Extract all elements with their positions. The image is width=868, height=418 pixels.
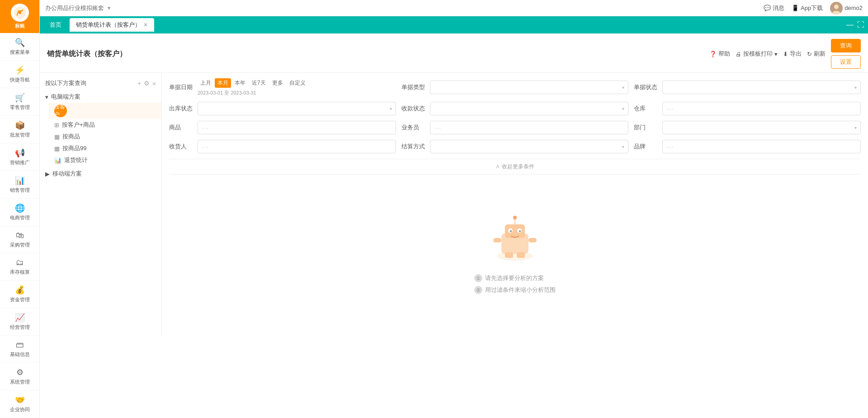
receiver-dots: ··· — [202, 143, 209, 150]
tree-node-label: 按客户+商品 — [62, 121, 95, 129]
tab-sales-stat[interactable]: 销货单统计表（按客户） ✕ — [70, 18, 154, 32]
sidebar-item-inventory[interactable]: 🗂 库存核算 — [0, 253, 39, 280]
recv-input[interactable]: ▾ — [430, 102, 628, 115]
warehouse-input[interactable]: ··· — [662, 102, 861, 115]
tree-node-by-goods-99[interactable]: ▦ 按商品99 — [49, 142, 161, 154]
sidebar-item-quick-nav[interactable]: ⚡ 快捷导航 — [0, 61, 39, 88]
tree-table2-icon: ▦ — [54, 145, 60, 152]
refresh-icon: ↻ — [807, 51, 812, 57]
tab-close-icon[interactable]: ✕ — [143, 22, 148, 28]
sales-icon: 📊 — [15, 176, 25, 185]
page-body: 销货单统计表（按客户） ❓ 帮助 🖨 按模板打印 ▾ ⬇ 导出 ↻ 刷新 — [40, 33, 868, 418]
type-input[interactable]: ▾ — [430, 81, 628, 94]
sidebar-item-marketing[interactable]: 📢 营销推广 — [0, 143, 39, 171]
staff-label: 业务员 — [401, 124, 426, 132]
recv-label: 收款状态 — [401, 104, 426, 113]
receiver-input[interactable]: ··· — [198, 140, 396, 153]
basic-info-icon: 🗃 — [16, 340, 24, 350]
topbar-left: 办公用品行业模拟账套 ▾ — [45, 4, 111, 12]
filter-row-4: 收货人 ··· 结算方式 ▾ — [169, 140, 861, 153]
date-tab-this-year[interactable]: 本年 — [232, 78, 248, 88]
refresh-btn[interactable]: ↻ 刷新 — [807, 50, 826, 58]
main-content: 办公用品行业模拟账套 ▾ 💬 消息 📱 App下载 demo2 首页 — [40, 0, 868, 418]
left-panel: 按以下方案查询 + ⚙ « ▾ 电脑端方案 — [40, 73, 162, 336]
dept-input[interactable]: ▾ — [662, 121, 861, 134]
tree-active-label: 按客户 — [54, 103, 67, 119]
date-tab-last-month[interactable]: 上月 — [198, 78, 214, 88]
tree-node-return-stat[interactable]: 📊 退货统计 — [49, 154, 161, 166]
tab-maximize-icon[interactable]: ⛶ — [857, 21, 864, 29]
query-button[interactable]: 查询 — [831, 39, 861, 52]
tab-minimize-icon[interactable]: — — [846, 21, 854, 29]
sidebar-item-wholesale[interactable]: 📦 批发管理 — [0, 116, 39, 143]
topbar-dropdown-icon[interactable]: ▾ — [108, 5, 111, 11]
tree-table-icon: ▦ — [54, 133, 60, 140]
sidebar-item-operations[interactable]: 📈 经营管理 — [0, 308, 39, 336]
svg-rect-16 — [505, 252, 513, 258]
tree-section-desktop-header[interactable]: ▾ 电脑端方案 — [40, 91, 161, 103]
print-btn[interactable]: 🖨 按模板打印 ▾ — [736, 50, 778, 58]
date-tab-this-month[interactable]: 本月 — [215, 78, 231, 88]
app-download-btn[interactable]: 📱 App下载 — [792, 4, 823, 12]
help-label: 帮助 — [718, 50, 730, 58]
tree-grid-icon: ⊞ — [54, 122, 59, 128]
empty-state: ① 请先选择要分析的方案 ② 用过滤条件来缩小分析范围 — [169, 175, 861, 330]
collapse-panel-icon[interactable]: « — [152, 80, 156, 87]
svg-point-3 — [834, 5, 839, 9]
date-tab-more[interactable]: 更多 — [269, 78, 286, 88]
help-icon: ❓ — [709, 51, 717, 57]
sidebar-label-sales: 销售管理 — [10, 187, 30, 194]
status-input[interactable]: ▾ — [662, 81, 861, 94]
staff-input[interactable]: ··· — [430, 121, 628, 134]
help-btn[interactable]: ❓ 帮助 — [709, 50, 730, 58]
sidebar-label-marketing: 营销推广 — [10, 159, 30, 166]
logo-area[interactable]: 标账 — [0, 0, 39, 33]
sidebar-item-search[interactable]: 🔍 搜索菜单 — [0, 33, 39, 61]
date-tab-7days[interactable]: 近7天 — [249, 78, 269, 88]
user-area[interactable]: demo2 — [830, 2, 863, 14]
export-btn[interactable]: ⬇ 导出 — [783, 50, 802, 58]
out-input[interactable]: ▾ — [198, 102, 396, 115]
print-dropdown-icon[interactable]: ▾ — [774, 51, 778, 57]
payment-input[interactable]: ▾ — [430, 140, 628, 153]
sidebar-item-ecommerce[interactable]: 🌐 电商管理 — [0, 199, 39, 226]
sidebar-item-corp[interactable]: 🤝 企业协同 — [0, 390, 39, 418]
refresh-label: 刷新 — [814, 50, 826, 58]
sidebar-label-retail: 零售管理 — [10, 104, 30, 111]
tree-node-by-customer[interactable]: 按客户 — [49, 103, 161, 119]
goods-dots: ··· — [202, 124, 209, 131]
message-btn[interactable]: 💬 消息 — [764, 4, 784, 12]
settings-scheme-icon[interactable]: ⚙ — [144, 80, 150, 87]
brand-input[interactable]: ··· — [662, 140, 861, 153]
svg-rect-15 — [528, 238, 537, 242]
type-label: 单据类型 — [401, 83, 426, 91]
dept-label: 部门 — [634, 124, 659, 132]
goods-input[interactable]: ··· — [198, 121, 396, 134]
tree-expand-icon: ▾ — [45, 94, 48, 100]
tree-node-by-goods[interactable]: ▦ 按商品 — [49, 131, 161, 142]
filter-warehouse: 仓库 ··· — [634, 102, 861, 115]
filter-row-1: 单据日期 上月 本月 本年 近7天 更多 自定义 20 — [169, 78, 861, 96]
add-scheme-icon[interactable]: + — [137, 80, 141, 87]
system-icon: ⚙ — [16, 367, 24, 377]
payment-label: 结算方式 — [401, 142, 426, 151]
sidebar-item-sales[interactable]: 📊 销售管理 — [0, 171, 39, 199]
sidebar-menu: 🔍 搜索菜单 ⚡ 快捷导航 🛒 零售管理 📦 批发管理 📢 营销推广 📊 销售管… — [0, 33, 39, 418]
wholesale-icon: 📦 — [15, 120, 25, 130]
sidebar-item-basic-info[interactable]: 🗃 基础信息 — [0, 336, 39, 363]
collapse-filter-btn[interactable]: ∧ 收起更多条件 — [169, 159, 861, 174]
sidebar-item-system[interactable]: ⚙ 系统管理 — [0, 363, 39, 390]
sidebar-item-retail[interactable]: 🛒 零售管理 — [0, 88, 39, 116]
tree-node-by-customer-goods[interactable]: ⊞ 按客户+商品 — [49, 119, 161, 131]
settings-button[interactable]: 设置 — [831, 55, 861, 69]
tree-section-mobile-header[interactable]: ▶ 移动端方案 — [40, 168, 161, 180]
sidebar-item-finance[interactable]: 💰 资金管理 — [0, 280, 39, 308]
tree-mobile-expand-icon: ▶ — [45, 171, 50, 177]
tab-sales-stat-label: 销货单统计表（按客户） — [76, 21, 141, 29]
date-tab-custom[interactable]: 自定义 — [287, 78, 308, 88]
tab-home[interactable]: 首页 — [43, 18, 68, 32]
hint-num-1: ① — [474, 274, 482, 282]
tree-mobile-label: 移动端方案 — [52, 170, 82, 178]
sidebar-item-purchase[interactable]: 🛍 采购管理 — [0, 226, 39, 253]
ecommerce-icon: 🌐 — [15, 203, 25, 213]
